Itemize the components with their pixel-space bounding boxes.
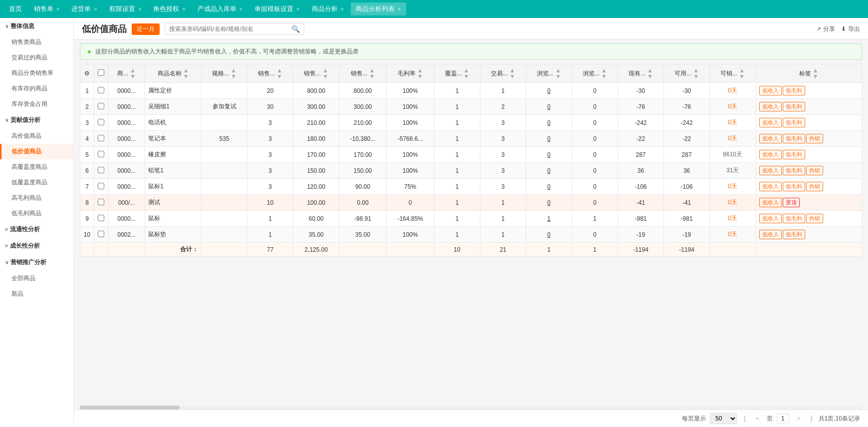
sidebar-item-高价值商品[interactable]: 高价值商品: [0, 128, 73, 144]
search-input[interactable]: [169, 25, 288, 32]
share-btn[interactable]: ↗ 分享: [816, 25, 835, 33]
sort-icon[interactable]: ▲▼: [647, 67, 653, 79]
row-checkbox[interactable]: [94, 131, 108, 147]
filter-recent-month-btn[interactable]: 近一月: [132, 23, 160, 35]
col-header-tags[interactable]: 标签▲▼: [756, 64, 862, 83]
sort-icon[interactable]: ▲▼: [183, 67, 189, 79]
nav-item-权限设置[interactable]: 权限设置×: [104, 2, 146, 15]
nav-item-进货单[interactable]: 进货单×: [66, 2, 102, 15]
page-last-btn[interactable]: ⟩: [808, 415, 815, 423]
row-views1[interactable]: 0: [526, 179, 572, 195]
sort-icon[interactable]: ▲▼: [322, 67, 328, 79]
row-checkbox[interactable]: [94, 179, 108, 195]
sidebar-item-商品分类销售率[interactable]: 商品分类销售率: [0, 65, 73, 81]
close-tab-icon[interactable]: ×: [398, 6, 401, 12]
col-header-current[interactable]: 现有...▲▼: [618, 64, 663, 83]
row-views1[interactable]: 0: [526, 147, 572, 163]
col-header-coverage[interactable]: 覆盖...▲▼: [434, 64, 480, 83]
row-views1[interactable]: 0: [526, 115, 572, 131]
row-checkbox[interactable]: [94, 83, 108, 99]
close-tab-icon[interactable]: ×: [182, 6, 185, 12]
sidebar-item-销售类商品[interactable]: 销售类商品: [0, 34, 73, 50]
col-header-sales_val[interactable]: 销售...▲▼: [339, 64, 387, 83]
col-header-available[interactable]: 可用...▲▼: [664, 64, 710, 83]
sidebar-group-流通性分析[interactable]: >流通性分析: [0, 221, 73, 238]
sort-icon[interactable]: ▲▼: [739, 67, 745, 79]
page-next-btn[interactable]: ＞: [793, 414, 804, 423]
close-tab-icon[interactable]: ×: [296, 6, 299, 12]
sidebar-item-高毛利商品[interactable]: 高毛利商品: [0, 190, 73, 206]
sort-icon[interactable]: ▲▼: [130, 67, 136, 79]
data-table-wrapper[interactable]: ⚙商...▲▼商品名称▲▼规格...▲▼销售...▲▼销售...▲▼销售...▲…: [80, 64, 862, 406]
nav-item-产成品入库单[interactable]: 产成品入库单×: [193, 2, 247, 15]
col-header-checkbox[interactable]: [94, 64, 108, 83]
select-all-checkbox[interactable]: [98, 69, 104, 76]
sidebar-item-低覆盖度商品[interactable]: 低覆盖度商品: [0, 175, 73, 190]
row-checkbox[interactable]: [94, 115, 108, 131]
sort-icon[interactable]: ▲▼: [693, 67, 699, 79]
col-header-views1[interactable]: 浏览...▲▼: [526, 64, 572, 83]
col-header-saleable[interactable]: 可销...▲▼: [710, 64, 756, 83]
sort-icon[interactable]: ▲▼: [555, 67, 561, 79]
settings-icon[interactable]: ⚙: [84, 70, 90, 77]
sidebar-group-营销推广分析[interactable]: ∨营销推广分析: [0, 254, 73, 271]
col-header-transactions[interactable]: 交易...▲▼: [480, 64, 526, 83]
sidebar-group-整体信息[interactable]: ∨整体信息: [0, 18, 73, 34]
col-header-name[interactable]: 商品名称▲▼: [145, 64, 202, 83]
sidebar-item-新品[interactable]: 新品: [0, 286, 73, 302]
row-views1[interactable]: 0: [526, 83, 572, 99]
sidebar-item-低毛利商品[interactable]: 低毛利商品: [0, 206, 73, 221]
sort-icon[interactable]: ▲▼: [417, 67, 423, 79]
nav-item-销售单[interactable]: 销售单×: [29, 2, 64, 15]
sort-icon[interactable]: ▲▼: [601, 67, 607, 79]
row-checkbox[interactable]: [94, 211, 108, 227]
sidebar-item-库存资金占用[interactable]: 库存资金占用: [0, 96, 73, 112]
row-views1[interactable]: 0: [526, 163, 572, 179]
row-views1[interactable]: 0: [526, 131, 572, 147]
row-checkbox[interactable]: [94, 195, 108, 211]
nav-item-角色授权[interactable]: 角色授权×: [148, 2, 190, 15]
per-page-select[interactable]: 50 100 200: [710, 413, 737, 424]
col-header-sales_qty[interactable]: 销售...▲▼: [247, 64, 293, 83]
row-views1[interactable]: 0: [526, 227, 572, 243]
col-header-gear[interactable]: ⚙: [80, 64, 94, 83]
sidebar-item-有库存的商品[interactable]: 有库存的商品: [0, 81, 73, 96]
col-header-views2[interactable]: 浏览...▲▼: [572, 64, 618, 83]
row-views1[interactable]: 0: [526, 99, 572, 115]
row-checkbox[interactable]: [94, 99, 108, 115]
page-prev-btn[interactable]: ＜: [752, 414, 763, 423]
sidebar-group-贡献值分析[interactable]: ∨贡献值分析: [0, 112, 73, 128]
sidebar-item-低价值商品[interactable]: 低价值商品: [0, 144, 73, 159]
row-views1[interactable]: 0: [526, 195, 572, 211]
row-checkbox[interactable]: [94, 147, 108, 163]
nav-item-商品分析列表[interactable]: 商品分析列表×: [351, 2, 406, 15]
sort-icon[interactable]: ▲▼: [813, 67, 819, 79]
sidebar-item-交易过的商品[interactable]: 交易过的商品: [0, 50, 73, 65]
sidebar-item-全部商品[interactable]: 全部商品: [0, 271, 73, 286]
scrollbar-thumb[interactable]: [80, 406, 180, 410]
close-tab-icon[interactable]: ×: [239, 6, 242, 12]
sort-icon[interactable]: ▲▼: [509, 67, 515, 79]
row-checkbox[interactable]: [94, 227, 108, 243]
close-tab-icon[interactable]: ×: [56, 6, 59, 12]
col-header-code[interactable]: 商...▲▼: [108, 64, 145, 83]
col-header-spec[interactable]: 规格...▲▼: [202, 64, 247, 83]
col-header-gross_rate[interactable]: 毛利率▲▼: [387, 64, 434, 83]
col-header-sales_amt[interactable]: 销售...▲▼: [293, 64, 339, 83]
sort-icon[interactable]: ▲▼: [230, 67, 236, 79]
close-tab-icon[interactable]: ×: [138, 6, 141, 12]
nav-item-商品分析[interactable]: 商品分析×: [307, 2, 349, 15]
nav-item-单据模板设置[interactable]: 单据模板设置×: [249, 2, 304, 15]
sort-icon[interactable]: ▲▼: [276, 67, 282, 79]
sidebar-group-成长性分析[interactable]: >成长性分析: [0, 238, 73, 254]
sort-icon[interactable]: ▲▼: [463, 67, 469, 79]
export-btn[interactable]: ⬇ 导出: [841, 25, 860, 33]
row-checkbox[interactable]: [94, 163, 108, 179]
nav-item-首页[interactable]: 首页: [4, 2, 27, 15]
page-first-btn[interactable]: ⟨: [741, 415, 748, 423]
sidebar-item-高覆盖度商品[interactable]: 高覆盖度商品: [0, 159, 73, 175]
sort-icon[interactable]: ▲▼: [369, 67, 375, 79]
row-views1[interactable]: 1: [526, 211, 572, 227]
horizontal-scrollbar[interactable]: [80, 406, 862, 410]
close-tab-icon[interactable]: ×: [94, 6, 97, 12]
